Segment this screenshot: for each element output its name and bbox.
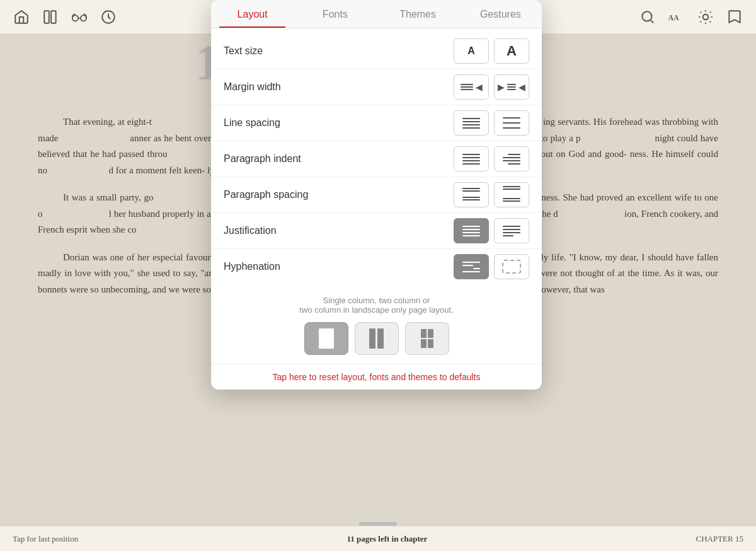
paragraph-spacing-options — [454, 182, 529, 207]
svg-point-3 — [81, 15, 86, 21]
para-spacing-large-button[interactable] — [494, 182, 529, 207]
line-spacing-options — [454, 110, 529, 136]
hyphenation-off-button[interactable] — [494, 254, 529, 279]
library-icon[interactable] — [42, 8, 59, 26]
justification-left-button[interactable] — [494, 218, 529, 243]
hyphenation-label: Hyphenation — [224, 261, 454, 272]
margin-wide-icon: ▶ ◀ — [498, 82, 525, 92]
text-size-icon[interactable]: AA — [668, 8, 685, 26]
chapter-indicator: CHAPTER 15 — [696, 534, 743, 544]
layout-options: Text size A A Margin width — [211, 28, 542, 289]
line-spacing-loose-button[interactable] — [494, 110, 529, 136]
single-column-button[interactable] — [304, 322, 348, 355]
bottom-status-bar: Tap for last position 11 pages left in c… — [0, 526, 756, 551]
margin-arrow-inward: ◀ — [518, 82, 525, 92]
hyphenation-row: Hyphenation — [211, 249, 542, 284]
justification-full-button[interactable] — [454, 218, 489, 243]
brightness-icon[interactable] — [697, 8, 714, 26]
para-indent-on-button[interactable] — [494, 146, 529, 171]
two-column-landscape-button[interactable] — [405, 322, 449, 355]
hyphenation-on-icon — [462, 262, 480, 272]
paragraph-indent-row: Paragraph indent — [211, 141, 542, 177]
paragraph-spacing-row: Paragraph spacing — [211, 177, 542, 213]
hyphenation-off-icon — [502, 260, 521, 274]
margin-arrow-left: ▶ — [498, 82, 505, 92]
paragraph-spacing-label: Paragraph spacing — [224, 189, 454, 200]
tab-layout[interactable]: Layout — [211, 0, 294, 28]
hyphenation-on-button[interactable] — [454, 254, 489, 279]
para-indent-none-button[interactable] — [454, 146, 489, 171]
margin-narrow-icon: ◀ — [461, 82, 483, 92]
pages-left-text: 11 pages left in chapter — [346, 534, 427, 544]
reset-link[interactable]: Tap here to reset layout, fonts and them… — [211, 364, 542, 390]
svg-rect-1 — [51, 11, 56, 23]
margin-width-label: Margin width — [224, 81, 454, 93]
column-options — [224, 322, 529, 355]
para-spacing-small-button[interactable] — [454, 182, 489, 207]
tab-fonts[interactable]: Fonts — [294, 0, 376, 28]
margin-wide-button[interactable]: ▶ ◀ — [494, 74, 529, 100]
justification-row: Justification — [211, 213, 542, 249]
paragraph-indent-options — [454, 146, 529, 171]
line-spacing-tight-icon — [462, 118, 480, 129]
popup-tab-bar: Layout Fonts Themes Gestures — [211, 0, 542, 28]
bookmark-icon[interactable] — [726, 8, 743, 26]
justification-options — [454, 218, 529, 243]
last-position-text[interactable]: Tap for last position — [13, 534, 78, 544]
hyphenation-options — [454, 254, 529, 279]
margin-arrow-right: ◀ — [476, 82, 483, 92]
two-column-icon — [369, 328, 384, 349]
search-icon[interactable] — [639, 8, 656, 26]
text-size-large-button[interactable]: A — [494, 38, 529, 64]
margin-narrow-button[interactable]: ◀ — [454, 74, 489, 100]
justification-full-icon — [462, 226, 480, 236]
tab-gestures[interactable]: Gestures — [459, 0, 542, 28]
line-spacing-tight-button[interactable] — [454, 110, 489, 136]
margin-lines-left — [461, 84, 473, 90]
line-spacing-loose-icon — [503, 117, 520, 129]
paragraph-indent-label: Paragraph indent — [224, 153, 454, 165]
justification-label: Justification — [224, 225, 454, 236]
single-column-icon — [319, 328, 334, 349]
clock-icon[interactable] — [100, 8, 117, 26]
two-column-button[interactable] — [355, 322, 399, 355]
svg-text:AA: AA — [668, 13, 679, 21]
two-column-landscape-icon — [421, 329, 433, 348]
tab-themes[interactable]: Themes — [377, 0, 459, 28]
svg-rect-0 — [44, 11, 49, 23]
column-hint-text: Single column, two column ortwo column i… — [224, 296, 529, 315]
text-size-options: A A — [454, 38, 529, 64]
para-indent-none-icon — [462, 154, 480, 165]
text-size-small-button[interactable]: A — [454, 38, 489, 64]
margin-width-options: ◀ ▶ ◀ — [454, 74, 529, 100]
home-icon[interactable] — [13, 8, 30, 26]
settings-popup: Layout Fonts Themes Gestures Text size A… — [211, 0, 542, 390]
svg-point-7 — [703, 14, 709, 20]
line-spacing-label: Line spacing — [224, 117, 454, 129]
column-section: Single column, two column ortwo column i… — [211, 289, 542, 364]
margin-lines-right — [507, 84, 516, 90]
svg-point-5 — [642, 11, 651, 21]
top-bar-left-icons — [13, 8, 117, 26]
line-spacing-row: Line spacing — [211, 105, 542, 141]
text-size-label: Text size — [224, 45, 454, 57]
small-a-label: A — [467, 45, 475, 57]
top-bar-right-icons: AA — [639, 8, 743, 26]
justification-left-icon — [503, 226, 520, 236]
para-spacing-large-icon — [503, 186, 520, 204]
margin-width-row: Margin width ◀ ▶ — [211, 69, 542, 105]
text-size-row: Text size A A — [211, 33, 542, 69]
reading-glasses-icon[interactable] — [71, 8, 88, 26]
large-a-label: A — [507, 43, 517, 59]
para-indent-on-icon — [503, 154, 520, 165]
para-spacing-small-icon — [462, 188, 480, 202]
svg-point-2 — [72, 15, 78, 21]
